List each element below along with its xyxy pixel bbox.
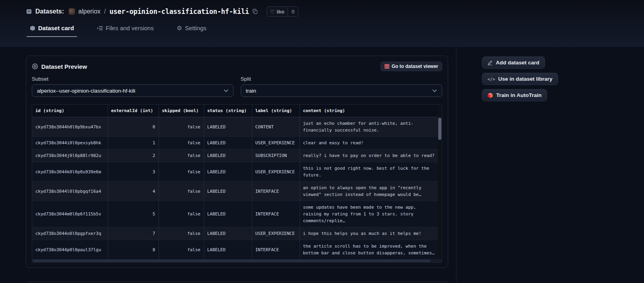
subset-select[interactable]: alperiox--user-opinion-classification-hf…: [32, 84, 234, 97]
cell-status: LABELED: [204, 182, 252, 201]
chevron-down-icon: [224, 89, 228, 92]
page-banner: Datasets: alperiox / user-opinion-classi…: [0, 0, 644, 47]
cell-status: LABELED: [204, 137, 252, 149]
cell-label: USER_EXPERIENCE: [252, 162, 300, 182]
main-column: Dataset Preview Go to dataset viewer Sub…: [0, 47, 456, 283]
vertical-scrollbar[interactable]: [438, 105, 442, 259]
cell-externalid: 3: [108, 162, 159, 182]
cell-id: ckyd738o3044h0l0p9bxu47bx: [32, 117, 108, 137]
cell-status: LABELED: [204, 201, 252, 227]
go-to-dataset-viewer-button[interactable]: Go to dataset viewer: [381, 62, 442, 71]
column-header-label: label (string): [252, 105, 300, 117]
column-header-status: status (string): [204, 105, 252, 117]
cell-status: LABELED: [204, 117, 252, 137]
datasets-label: Datasets:: [35, 8, 64, 15]
cell-externalid: 1: [108, 137, 159, 149]
add-dataset-card-button[interactable]: Add dataset card: [482, 56, 545, 69]
cell-externalid: 0: [108, 117, 159, 137]
cell-externalid: 7: [108, 227, 159, 240]
button-label: Add dataset card: [496, 60, 540, 66]
like-count[interactable]: 0: [288, 7, 298, 16]
button-label: Train in AutoTrain: [496, 92, 542, 98]
cell-id: ckyd738o3044o0l0pgpfxer3q: [32, 227, 108, 240]
pencil-icon: [487, 60, 493, 65]
like-button[interactable]: ♡ like 0: [267, 6, 298, 17]
column-header-externalid: externalId (int): [108, 105, 159, 117]
button-label: Use in dataset library: [498, 76, 553, 82]
tab-label: Files and versions: [106, 25, 154, 31]
cell-id: ckyd738o3044i0l0pexsyb8hk: [32, 137, 108, 149]
owner-avatar[interactable]: [69, 8, 75, 15]
cell-label: INTERFACE: [252, 182, 300, 201]
like-label: like: [277, 9, 284, 15]
cell-status: LABELED: [204, 149, 252, 162]
cell-label: USER_EXPERIENCE: [252, 227, 300, 240]
preview-eye-icon: [32, 63, 38, 70]
dataset-card-section: [26, 281, 448, 283]
table-row: ckyd738o3044i0l0pexsyb8hk1falseLABELEDUS…: [32, 137, 438, 149]
cell-id: ckyd738o3044k0l0p0u939e6m: [32, 162, 108, 182]
copy-name-icon[interactable]: [252, 9, 258, 14]
tab-dataset-card[interactable]: Dataset card: [27, 22, 77, 37]
code-icon: </>: [487, 77, 495, 81]
tab-label: Dataset card: [38, 25, 74, 31]
preview-table: id (string) externalId (int) skipped (bo…: [32, 104, 442, 263]
datasets-icon: [26, 8, 32, 15]
column-header-skipped: skipped (bool): [159, 105, 204, 117]
cell-status: LABELED: [204, 162, 252, 182]
chevron-down-icon: [432, 89, 437, 92]
cell-content: some updates have been made to the new a…: [300, 201, 438, 227]
use-in-dataset-library-button[interactable]: </> Use in dataset library: [482, 73, 558, 85]
repo-name-link[interactable]: user-opinion-classification-hf-kili: [110, 8, 249, 16]
subset-value: alperiox--user-opinion-classification-hf…: [37, 88, 135, 94]
viewer-button-label: Go to dataset viewer: [392, 64, 438, 69]
cell-content: an option to always open the app in "rec…: [300, 182, 438, 201]
table-row: ckyd738o3044j0l0p88lr982u2falseLABELEDSU…: [32, 149, 438, 162]
repo-tabs: Dataset card Files and versions ⚙ Settin…: [26, 22, 644, 37]
cell-id: ckyd738o3044p0l0paul37lgu: [32, 240, 108, 260]
gear-icon: ⚙: [177, 25, 182, 31]
train-in-autotrain-button[interactable]: Train in AutoTrain: [482, 89, 547, 101]
cell-id: ckyd738o3044l0l0pbgqf16a4: [32, 182, 108, 201]
split-label: Split: [241, 76, 443, 82]
cell-label: INTERFACE: [252, 240, 300, 260]
autotrain-cube-icon: [487, 93, 493, 98]
cell-skipped: false: [159, 227, 204, 240]
table-header-row: id (string) externalId (int) skipped (bo…: [32, 105, 438, 117]
cell-label: SUBSCRIPTION: [252, 149, 300, 162]
cell-skipped: false: [159, 117, 204, 137]
cell-skipped: false: [159, 137, 204, 149]
owner-link[interactable]: alperiox: [78, 8, 101, 15]
table-row: ckyd738o3044h0l0p9bxu47bx0falseLABELEDCO…: [32, 117, 438, 137]
vertical-scrollbar-thumb[interactable]: [438, 118, 441, 140]
table-row: ckyd738o3044o0l0pgpfxer3q7falseLABELEDUS…: [32, 227, 438, 240]
repo-header: Datasets: alperiox / user-opinion-classi…: [26, 0, 644, 17]
file-tree-icon: [97, 25, 103, 31]
cell-externalid: 2: [108, 149, 159, 162]
horizontal-scrollbar-thumb[interactable]: [33, 260, 430, 262]
dataset-preview-card: Dataset Preview Go to dataset viewer Sub…: [26, 56, 448, 268]
horizontal-scrollbar[interactable]: [32, 259, 442, 262]
split-select[interactable]: train: [241, 84, 443, 97]
cell-content: the article scroll has to be improved, w…: [300, 240, 438, 260]
preview-title: Dataset Preview: [41, 63, 87, 70]
cell-skipped: false: [159, 240, 204, 260]
cell-label: INTERFACE: [252, 201, 300, 227]
cube-icon: [30, 25, 35, 31]
cell-skipped: false: [159, 182, 204, 201]
cell-content: clear and easy to read!: [300, 137, 438, 149]
cell-status: LABELED: [204, 227, 252, 240]
cell-externalid: 5: [108, 201, 159, 227]
cell-content: i hope this helps you as much as it help…: [300, 227, 438, 240]
cell-externalid: 8: [108, 240, 159, 260]
cell-content: just an echo chamber for anti-white, ant…: [300, 117, 438, 137]
cell-id: ckyd738o3044j0l0p88lr982u: [32, 149, 108, 162]
path-separator: /: [104, 8, 106, 15]
grid-icon: [385, 64, 389, 69]
cell-content: really? i have to pay on order to be abl…: [300, 149, 438, 162]
tab-settings[interactable]: ⚙ Settings: [174, 22, 210, 37]
tab-files-and-versions[interactable]: Files and versions: [94, 22, 157, 37]
cell-id: ckyd738o3044m0l0p6f115b5v: [32, 201, 108, 227]
tab-label: Settings: [185, 25, 206, 31]
cell-label: USER_EXPERIENCE: [252, 137, 300, 149]
